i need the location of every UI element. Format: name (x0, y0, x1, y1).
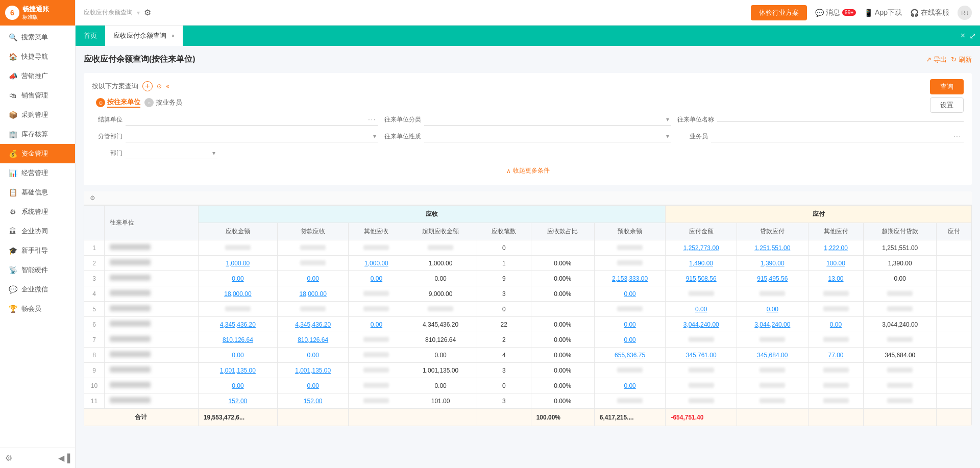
footer-receivable-total[interactable]: 19,553,472,6... (198, 409, 277, 426)
salesman-input[interactable]: ··· (711, 131, 964, 142)
table-cell[interactable]: 1,490.00 (666, 256, 737, 271)
tab-home[interactable]: 首页 (76, 26, 105, 46)
sidebar-item-quicknav[interactable]: 🏠快捷导航 (0, 47, 75, 66)
sidebar-item-wechat[interactable]: 💬企业微信 (0, 280, 75, 299)
table-cell[interactable]: 1,000.00 (349, 256, 404, 271)
table-cell[interactable]: 0.00 (594, 378, 666, 393)
sidebar-item-system[interactable]: ⚙系统管理 (0, 202, 75, 221)
settlement-unit-input[interactable]: ··· (126, 114, 378, 126)
table-cell[interactable]: 1,000.00 (198, 256, 277, 271)
refresh-btn[interactable]: ↻ 刷新 (951, 55, 972, 64)
table-cell[interactable]: 1,251,551.00 (737, 240, 808, 256)
tab-receivable[interactable]: 应收应付余额查询 × (105, 26, 183, 46)
filter-partner-category: 往来单位分类 ▾ (384, 114, 671, 126)
sidebar-item-enterprise[interactable]: 🏛企业协同 (0, 221, 75, 241)
partner-name-input[interactable] (717, 117, 964, 122)
sidebar-item-newbie[interactable]: 🎓新手引导 (0, 241, 75, 260)
table-cell[interactable]: 0.00 (594, 317, 666, 332)
promo-btn[interactable]: 体验行业方案 (751, 5, 807, 20)
tab-close-icon[interactable]: × (172, 33, 175, 39)
topbar-settings-icon[interactable]: ⚙ (144, 8, 151, 17)
department-select[interactable]: ▾ (126, 147, 217, 159)
table-cell[interactable]: 0.00 (594, 332, 666, 348)
sidebar-item-marketing[interactable]: 📣营销推广 (0, 66, 75, 86)
table-cell[interactable]: 0.00 (277, 271, 349, 286)
table-cell[interactable]: 915,508.56 (666, 271, 737, 286)
table-cell[interactable]: 345,761.00 (666, 348, 737, 363)
table-cell[interactable]: 1,222.00 (808, 240, 864, 256)
partner-nature-select[interactable]: ▾ (424, 131, 671, 142)
payable-extra-cell (936, 286, 971, 302)
table-cell[interactable]: 152.00 (198, 393, 277, 409)
table-cell[interactable]: 1,390.00 (737, 256, 808, 271)
table-cell[interactable]: 0.00 (808, 317, 864, 332)
scheme-by-salesman[interactable]: ○ 按业务员 (144, 97, 182, 108)
table-cell[interactable]: 0.00 (737, 302, 808, 317)
table-cell[interactable]: 18,000.00 (198, 286, 277, 302)
table-gear-icon[interactable]: ⚙ (90, 194, 95, 202)
table-cell (404, 240, 477, 256)
sidebar-item-sales[interactable]: 🛍销售管理 (0, 86, 75, 105)
table-scroll-area[interactable]: 往来单位 应收 应付 应收金额 贷款应收 其他应收 超期应收金额 应收笔数 应收… (84, 205, 972, 426)
sidebar-settings-btn[interactable]: ⚙ (5, 453, 12, 463)
page-title: 应收应付余额查询(按往来单位) (84, 54, 195, 65)
sidebar-item-search[interactable]: 🔍搜索菜单 (0, 28, 75, 47)
table-cell[interactable]: 810,126.64 (277, 332, 349, 348)
sidebar-item-baseinfo[interactable]: 📋基础信息 (0, 183, 75, 202)
sidebar-collapse-btn[interactable]: ◀▐ (58, 453, 70, 463)
table-cell[interactable]: 2,153,333.00 (594, 271, 666, 286)
table-cell[interactable]: 3,044,240.00 (737, 317, 808, 332)
message-btn[interactable]: 💬 消息 99+ (815, 8, 856, 17)
table-cell[interactable]: 18,000.00 (277, 286, 349, 302)
table-cell[interactable]: 0.00 (198, 378, 277, 393)
table-cell[interactable]: 152.00 (277, 393, 349, 409)
online-service-btn[interactable]: 🎧 在线客服 (910, 8, 949, 17)
export-btn[interactable]: ↗ 导出 (926, 55, 947, 64)
sidebar-item-smarthw[interactable]: 📡智能硬件 (0, 260, 75, 280)
sidebar-item-finance[interactable]: 💰资金管理 (0, 144, 75, 163)
app-download-btn[interactable]: 📱 App下载 (864, 8, 902, 17)
sidebar-item-vip[interactable]: 🏆畅会员 (0, 299, 75, 318)
table-cell[interactable]: 13.00 (808, 271, 864, 286)
table-cell[interactable]: 345,684.00 (737, 348, 808, 363)
table-cell[interactable]: 0.00 (277, 348, 349, 363)
table-cell[interactable]: 0.00 (349, 271, 404, 286)
table-cell[interactable]: 810,126.64 (198, 332, 277, 348)
table-cell[interactable]: 655,636.75 (594, 348, 666, 363)
table-cell[interactable]: 0.00 (666, 302, 737, 317)
table-cell[interactable]: 77.00 (808, 348, 864, 363)
sidebar-item-purchase[interactable]: 📦采购管理 (0, 105, 75, 125)
scheme-by-partner[interactable]: ⊙ 按往来单位 (96, 97, 140, 108)
table-cell[interactable]: 1,252,773.00 (666, 240, 737, 256)
table-cell[interactable]: 0.00 (349, 317, 404, 332)
window-close-btn[interactable]: × (961, 31, 965, 40)
query-add-btn[interactable]: + (142, 81, 153, 91)
table-cell[interactable]: 1,001,135.00 (198, 363, 277, 378)
partner-name-cell (105, 393, 199, 409)
table-cell[interactable]: 0.00 (198, 271, 277, 286)
partner-category-select[interactable]: ▾ (424, 114, 671, 126)
settings-btn[interactable]: 设置 (930, 97, 964, 113)
table-cell[interactable]: 0.00 (198, 348, 277, 363)
page-inner: 应收应付余额查询(按往来单位) ↗ 导出 ↻ 刷新 按以下方案查询 + (76, 46, 980, 434)
table-cell[interactable]: 4,345,436.20 (198, 317, 277, 332)
table-cell[interactable]: 1,001,135.00 (277, 363, 349, 378)
sidebar-item-inventory[interactable]: 🏢库存核算 (0, 125, 75, 144)
user-avatar[interactable]: Rit (958, 6, 972, 20)
table-cell[interactable]: 4,345,436.20 (277, 317, 349, 332)
col-no (84, 206, 105, 240)
sidebar-item-operation[interactable]: 📊经营管理 (0, 163, 75, 183)
table-cell[interactable]: 0.00 (277, 378, 349, 393)
table-cell[interactable]: 915,495.56 (737, 271, 808, 286)
branch-dept-select[interactable]: ▾ (126, 131, 378, 142)
table-cell[interactable]: 100.00 (808, 256, 864, 271)
table-cell[interactable]: 0.00 (594, 286, 666, 302)
table-cell (594, 393, 666, 409)
count-cell: 0 (477, 302, 531, 317)
query-collapse-icon[interactable]: « (166, 83, 169, 90)
query-btn[interactable]: 查询 (930, 79, 964, 94)
window-expand-btn[interactable]: ⤢ (969, 31, 976, 41)
collapse-more-btn[interactable]: ∧ 收起更多条件 (92, 164, 964, 177)
query-circle-settings-icon[interactable]: ⊙ (157, 83, 162, 90)
table-cell[interactable]: 3,044,240.00 (666, 317, 737, 332)
